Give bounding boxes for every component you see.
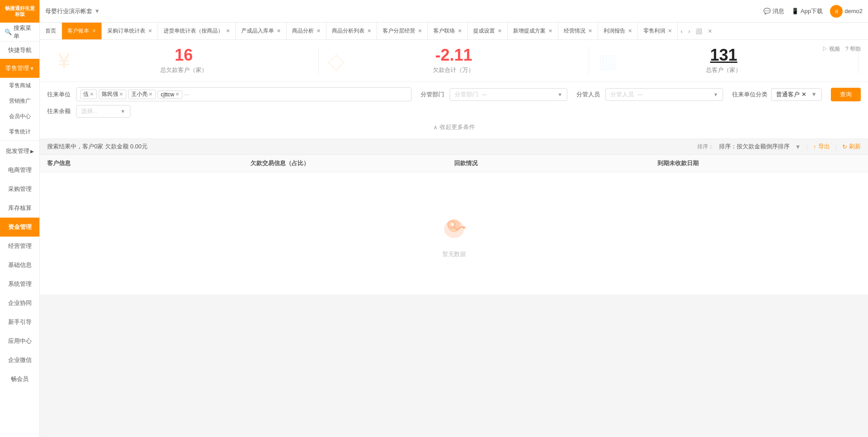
close-tab-icon[interactable]: ✕ — [668, 28, 672, 34]
text-help-link[interactable]: ? 帮助 — [845, 45, 861, 53]
tab-new-commission[interactable]: 新增提成方案 ✕ — [508, 23, 558, 39]
dept-select-dots[interactable]: ··· — [480, 91, 489, 98]
close-tab-icon[interactable]: ✕ — [367, 28, 371, 34]
sidebar-item-wholesale[interactable]: 批发管理 ▶ — [0, 142, 39, 161]
tab-product-analysis-list[interactable]: 商品分析列表 ✕ — [326, 23, 377, 39]
sidebar-item-inventory[interactable]: 库存核算 — [0, 199, 39, 218]
sidebar-item-vip[interactable]: 畅会员 — [0, 370, 39, 389]
result-bar: 搜索结果中，客户0家 欠款金额 0.00元 排序： 排序：按欠款金额倒序排序 ▼… — [40, 139, 868, 155]
remove-tag-icon[interactable]: ✕ — [119, 91, 123, 97]
tab-nav-left[interactable]: ‹ — [678, 23, 686, 39]
unit-type-select[interactable]: 普通客户 ✕ ▼ — [771, 88, 822, 101]
tab-purchase-order[interactable]: 采购订单统计表 ✕ — [102, 23, 158, 39]
refresh-icon: ↻ — [842, 143, 847, 150]
tab-maximize[interactable]: ⬜ — [693, 23, 705, 39]
stat-value-total[interactable]: 131 — [710, 47, 737, 63]
tab-profit-report[interactable]: 利润报告 ✕ — [598, 23, 638, 39]
sidebar-item-retail[interactable]: 零售管理 ▼ — [0, 59, 39, 78]
chevron-down-icon: ▼ — [557, 92, 562, 97]
sort-chevron-icon[interactable]: ▼ — [795, 143, 801, 150]
dept-select[interactable]: 分管部门 ··· ▼ — [450, 88, 567, 101]
unit-tag-2[interactable]: 陈民强 ✕ — [99, 90, 126, 99]
sidebar-item-operations[interactable]: 经营管理 — [0, 237, 39, 256]
close-tab-icon[interactable]: ✕ — [418, 28, 422, 34]
sidebar-item-system[interactable]: 系统管理 — [0, 275, 39, 294]
refresh-button[interactable]: ↻ 刷新 — [842, 142, 861, 151]
person-select[interactable]: 分管人员 ··· ▼ — [605, 88, 723, 101]
search-icon: 🔍 — [5, 28, 12, 35]
remove-unit-type-icon[interactable]: ✕ — [801, 91, 806, 98]
tab-stock-stats[interactable]: 进货单统计表（按商品） ✕ — [158, 23, 236, 39]
message-button[interactable]: 💬 消息 — [763, 7, 784, 15]
chevron-down-icon: ▼ — [811, 91, 817, 98]
unit-tag-4[interactable]: cjttcw ✕ — [158, 90, 182, 99]
sidebar-item-collab[interactable]: 企业协同 — [0, 294, 39, 313]
close-tab-icon[interactable]: ✕ — [317, 28, 321, 34]
stats-bar: ¥ 16 总欠款客户（家） ◇ -2.11 欠款合计（万） ▦ 131 总客户（… — [40, 40, 868, 82]
tab-customer-book[interactable]: 客户账本 ✕ — [62, 23, 102, 39]
sidebar-item-member-center[interactable]: 会员中心 — [0, 109, 39, 124]
remove-tag-icon[interactable]: ✕ — [149, 91, 153, 97]
tab-customer-tier[interactable]: 客户分层经营 ✕ — [377, 23, 428, 39]
avatar: d — [830, 5, 843, 18]
stat-label-customers: 总欠款客户（家） — [160, 66, 207, 74]
stat-total-debt-amount: ◇ -2.11 欠款合计（万） — [319, 47, 589, 74]
sidebar-item-retail-stats[interactable]: 零售统计 — [0, 124, 39, 139]
sidebar-item-appcenter[interactable]: 应用中心 — [0, 332, 39, 351]
tab-nav-right[interactable]: › — [686, 23, 693, 39]
app-download-button[interactable]: 📱 App下载 — [791, 7, 823, 15]
tab-customer-contact[interactable]: 客户联络 ✕ — [428, 23, 468, 39]
export-button[interactable]: ↑ 导出 — [813, 142, 830, 151]
app-logo: 畅捷通好生意 标版 — [0, 0, 39, 23]
person-select-dots[interactable]: ··· — [636, 91, 644, 98]
svg-point-3 — [463, 226, 465, 229]
unit-type-label: 往来单位分类 — [732, 90, 767, 99]
unit-tag-3[interactable]: 王小亮 ✕ — [128, 90, 156, 99]
tab-retail-profit[interactable]: 零售利润 ✕ — [638, 23, 678, 39]
sidebar-item-guide[interactable]: 新手引导 — [0, 313, 39, 332]
balance-select[interactable]: 选择... ▼ — [76, 105, 130, 118]
stat-value-debt: -2.11 — [435, 47, 472, 63]
user-menu[interactable]: d demo2 — [830, 5, 863, 18]
unit-tag-1[interactable]: 伍 ✕ — [80, 90, 97, 99]
close-tab-icon[interactable]: ✕ — [588, 28, 592, 34]
remove-tag-icon[interactable]: ✕ — [175, 91, 179, 97]
close-tab-icon[interactable]: ✕ — [148, 28, 152, 34]
chevron-up-icon: ∧ — [433, 124, 438, 131]
chevron-down-icon: ▼ — [94, 8, 100, 14]
tab-production-inbound[interactable]: 产成品入库单 ✕ — [236, 23, 287, 39]
close-tab-icon[interactable]: ✕ — [458, 28, 462, 34]
tab-home[interactable]: 首页 — [40, 23, 62, 39]
more-tags-button[interactable]: ··· — [184, 91, 189, 98]
close-tab-icon[interactable]: ✕ — [277, 28, 281, 34]
tab-commission-setting[interactable]: 提成设置 ✕ — [468, 23, 508, 39]
tab-close-all[interactable]: ✕ — [705, 23, 715, 39]
search-menu-item[interactable]: 🔍 搜索菜单 — [0, 23, 39, 42]
close-tab-icon[interactable]: ✕ — [628, 28, 632, 34]
chevron-right-icon: ▶ — [30, 149, 34, 154]
sidebar-item-purchase[interactable]: 采购管理 — [0, 180, 39, 199]
sort-select[interactable]: 排序：按欠款金额倒序排序 — [719, 142, 790, 151]
collapse-filter-button[interactable]: ∧ 收起更多条件 — [428, 121, 480, 133]
close-tab-icon[interactable]: ✕ — [548, 28, 552, 34]
tab-operations[interactable]: 经营情况 ✕ — [558, 23, 598, 39]
sidebar-item-retail-mall[interactable]: 零售商城 — [0, 78, 39, 93]
stat-value-customers[interactable]: 16 — [175, 47, 193, 63]
close-tab-icon[interactable]: ✕ — [498, 28, 502, 34]
sidebar-item-finance[interactable]: 资金管理 — [0, 218, 39, 237]
quick-nav-item[interactable]: 快捷导航 — [0, 42, 39, 59]
tab-product-analysis[interactable]: 商品分析 ✕ — [287, 23, 326, 39]
sidebar-item-marketing[interactable]: 营销推广 — [0, 93, 39, 109]
remove-tag-icon[interactable]: ✕ — [90, 91, 94, 97]
stat-total-customers: ▦ 131 总客户（家） — [589, 47, 859, 74]
close-tab-icon[interactable]: ✕ — [226, 28, 230, 34]
query-button[interactable]: 查询 — [831, 88, 861, 101]
sidebar-item-wechat[interactable]: 企业微信 — [0, 351, 39, 370]
sidebar-item-ecommerce[interactable]: 电商管理 — [0, 161, 39, 180]
chevron-down-icon: ▼ — [30, 66, 34, 71]
account-selector[interactable]: 母婴行业演示帐套 ▼ — [45, 7, 100, 15]
message-icon: 💬 — [763, 8, 771, 14]
close-tab-icon[interactable]: ✕ — [92, 28, 96, 34]
sidebar-item-basicinfo[interactable]: 基础信息 — [0, 256, 39, 275]
video-help-link[interactable]: ▷ 视频 — [822, 45, 840, 53]
